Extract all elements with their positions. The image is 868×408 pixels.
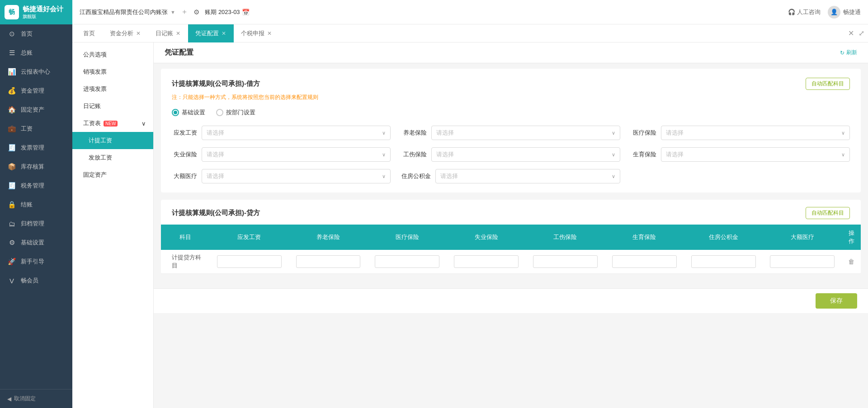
form-select-yiliao[interactable]: 请选择 ∨: [661, 126, 850, 140]
row-yingfa-cell[interactable]: [210, 250, 289, 274]
tab-tax-report[interactable]: 个税申报 ✕: [234, 24, 279, 42]
form-select-yingfa[interactable]: 请选择 ∨: [202, 126, 391, 140]
form-select-zhufang[interactable]: 请选择 ∨: [435, 169, 620, 183]
tab-journal[interactable]: 日记账 ✕: [148, 24, 188, 42]
save-button[interactable]: 保存: [816, 293, 857, 309]
row-yanglao-cell[interactable]: [289, 250, 368, 274]
sidebar-item-settings[interactable]: ⚙ 基础设置: [0, 233, 72, 252]
sidebar-item-archive[interactable]: 🗂 归档管理: [0, 214, 72, 233]
row-gongshang-cell[interactable]: [526, 250, 605, 274]
left-nav-calc-salary[interactable]: 计提工资: [72, 132, 153, 149]
row-daeyiliao-input[interactable]: [770, 255, 835, 268]
row-action-cell: 🗑: [842, 250, 861, 274]
add-account-button[interactable]: ＋: [181, 7, 188, 17]
debit-section: 计提核算规则(公司承担)-借方 自动匹配科目 注：只能选择一种方式，系统将按照您…: [161, 69, 861, 192]
form-select-yanglao[interactable]: 请选择 ∨: [431, 126, 620, 140]
refresh-icon: ↻: [840, 50, 844, 56]
left-nav-sales-invoice[interactable]: 销项发票: [72, 63, 153, 80]
tab-voucher-config[interactable]: 凭证配置 ✕: [188, 24, 234, 42]
cancel-fixed-button[interactable]: ◀ 取消固定: [0, 389, 72, 408]
row-yanglao-input[interactable]: [296, 255, 361, 268]
form-label-yanglao: 养老保险: [401, 129, 427, 137]
delete-row-button[interactable]: 🗑: [848, 258, 854, 265]
sidebar-item-reports-label: 云报表中心: [21, 68, 50, 76]
logo-icon: 畅: [5, 5, 19, 19]
tab-home[interactable]: 首页: [76, 24, 103, 42]
sidebar-logo: 畅 畅捷通好会计 旗舰版: [0, 0, 72, 24]
left-nav-sales-invoice-label: 销项发票: [83, 68, 107, 76]
left-nav-fixed-assets[interactable]: 固定资产: [72, 166, 153, 183]
headset-icon: 🎧: [788, 9, 795, 15]
left-nav-purchase-invoice[interactable]: 进项发票: [72, 80, 153, 98]
form-select-shiye[interactable]: 请选择 ∨: [202, 147, 391, 162]
row-yiliao-cell[interactable]: [368, 250, 447, 274]
sidebar-item-member[interactable]: V 畅会员: [0, 271, 72, 290]
sidebar-item-invoice-mgmt[interactable]: 🧾 发票管理: [0, 138, 72, 157]
sidebar-item-fixed-assets[interactable]: 🏠 固定资产: [0, 100, 72, 119]
radio-dept[interactable]: 按部门设置: [216, 108, 255, 117]
invoice-mgmt-icon: 🧾: [7, 144, 16, 152]
refresh-button[interactable]: ↻ 刷新: [840, 49, 857, 56]
left-nav-journal[interactable]: 日记账: [72, 98, 153, 115]
row-yiliao-input[interactable]: [375, 255, 439, 268]
left-nav: 公共选项 销项发票 进项发票 日记账 工资表 NEW ∨ 计提工资: [72, 42, 154, 408]
row-shengyu-cell[interactable]: [605, 250, 684, 274]
tab-voucher-config-close[interactable]: ✕: [222, 30, 226, 37]
close-tab-button[interactable]: ✕: [848, 29, 854, 38]
sidebar-item-fixed-assets-label: 固定资产: [21, 106, 44, 114]
form-label-gongshang: 工伤保险: [401, 150, 427, 159]
content-wrapper: 公共选项 销项发票 进项发票 日记账 工资表 NEW ∨ 计提工资: [72, 42, 868, 408]
left-nav-pay-salary[interactable]: 发放工资: [72, 149, 153, 166]
left-nav-salary-table-group[interactable]: 工资表 NEW ∨: [72, 115, 153, 132]
auto-match-credit-button[interactable]: 自动匹配科目: [806, 207, 850, 219]
row-shiye-input[interactable]: [454, 255, 519, 268]
sidebar-item-ledger-label: 总账: [21, 49, 33, 57]
sidebar-item-home[interactable]: ⊙ 首页: [0, 24, 72, 43]
form-select-daeyiliao[interactable]: 请选择 ∨: [202, 169, 391, 183]
calendar-icon[interactable]: 📅: [242, 9, 250, 16]
arrow-left-icon: ◀: [7, 396, 11, 402]
sidebar-item-capital[interactable]: 💰 资金管理: [0, 81, 72, 100]
form-select-shengyu[interactable]: 请选择 ∨: [661, 147, 850, 162]
sidebar-item-inventory[interactable]: 📦 库存核算: [0, 157, 72, 176]
col-gongshang: 工伤保险: [526, 225, 605, 250]
page-title: 凭证配置: [165, 48, 193, 57]
tab-journal-close[interactable]: ✕: [176, 30, 180, 37]
radio-basic[interactable]: 基础设置: [172, 108, 205, 117]
sidebar-item-ledger[interactable]: ☰ 总账: [0, 43, 72, 62]
row-daeyiliao-cell[interactable]: [763, 250, 842, 274]
row-yingfa-input[interactable]: [217, 255, 282, 268]
chevron-down-icon: ∨: [612, 130, 615, 136]
sidebar-item-guide[interactable]: 🚀 新手引导: [0, 252, 72, 271]
sidebar-item-salary[interactable]: 💼 工资: [0, 119, 72, 138]
form-item-yanglao: 养老保险 请选择 ∨: [401, 126, 620, 140]
guide-icon: 🚀: [7, 258, 16, 266]
row-shengyu-input[interactable]: [612, 255, 677, 268]
sidebar-item-capital-label: 资金管理: [21, 87, 44, 95]
service-button[interactable]: 🎧 人工咨询: [788, 8, 821, 16]
home-icon: ⊙: [7, 30, 16, 38]
sidebar-item-tax[interactable]: 🧾 税务管理: [0, 176, 72, 195]
row-shiye-cell[interactable]: [447, 250, 526, 274]
salary-icon: 💼: [7, 125, 16, 133]
sidebar-item-close[interactable]: 🔒 结账: [0, 195, 72, 214]
left-nav-public[interactable]: 公共选项: [72, 46, 153, 63]
sidebar-item-reports[interactable]: 📊 云报表中心: [0, 62, 72, 81]
reports-icon: 📊: [7, 68, 16, 76]
settings-gear-icon[interactable]: ⚙: [193, 8, 199, 16]
chevron-down-icon: ∨: [382, 174, 386, 179]
user-menu[interactable]: 👤 畅捷通: [828, 6, 861, 19]
sidebar-item-inventory-label: 库存核算: [21, 163, 44, 171]
row-zhufang-input[interactable]: [691, 255, 756, 268]
expand-tab-button[interactable]: ⤢: [859, 29, 864, 38]
tab-capital[interactable]: 资金分析 ✕: [103, 24, 148, 42]
sidebar-item-close-label: 结账: [21, 201, 33, 209]
tab-capital-close[interactable]: ✕: [136, 30, 141, 37]
auto-match-debit-button[interactable]: 自动匹配科目: [806, 78, 850, 90]
tab-tax-report-close[interactable]: ✕: [267, 30, 272, 37]
company-selector[interactable]: 江西服宝精品有限责任公司内账张 ▼: [80, 8, 175, 16]
row-gongshang-input[interactable]: [533, 255, 598, 268]
form-item-zhufang: 住房公积金 请选择 ∨: [401, 169, 620, 183]
row-zhufang-cell[interactable]: [684, 250, 763, 274]
form-select-gongshang[interactable]: 请选择 ∨: [431, 147, 620, 162]
